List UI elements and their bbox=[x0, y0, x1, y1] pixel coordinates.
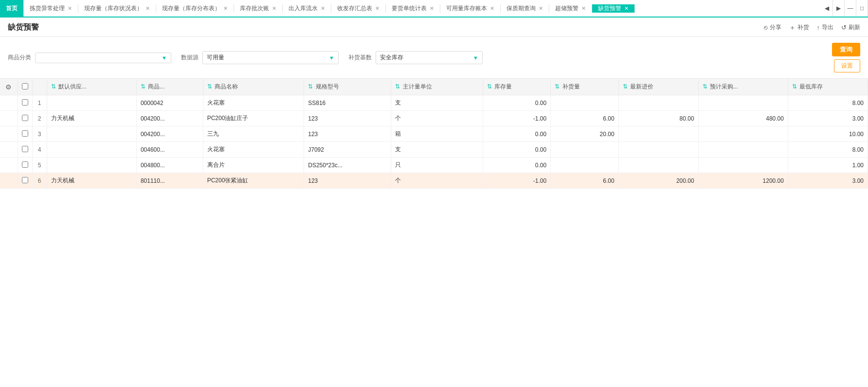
tab-batch-account[interactable]: 库存批次账✕ bbox=[234, 4, 283, 13]
datasource-select[interactable]: 可用量 ▼ bbox=[202, 51, 339, 64]
gear-icon[interactable]: ⚙ bbox=[5, 83, 12, 91]
row-checkbox[interactable] bbox=[22, 115, 28, 121]
tab-close-icon[interactable]: ✕ bbox=[68, 5, 72, 12]
row-checkbox-cell[interactable] bbox=[18, 142, 32, 158]
row-stock-qty-cell: 0.00 bbox=[483, 158, 550, 173]
col-est-purchase-header[interactable]: ⇅ 预计采购... bbox=[698, 79, 788, 95]
row-unit-cell: 个 bbox=[391, 173, 483, 189]
tab-stock-dist[interactable]: 现存量（库存分布表）✕ bbox=[156, 4, 234, 13]
tab-label: 超储预警 bbox=[555, 4, 579, 13]
col-product-code-header[interactable]: ⇅ 商品... bbox=[136, 79, 203, 95]
row-checkbox-cell[interactable] bbox=[18, 111, 32, 126]
tab-nav-next[interactable]: ▶ bbox=[833, 0, 845, 17]
replenish-base-label: 补货基数 bbox=[348, 53, 372, 62]
select-all-checkbox[interactable] bbox=[22, 83, 28, 89]
tab-stock-status[interactable]: 现存量（库存状况表）✕ bbox=[78, 4, 156, 13]
table-row: 6 力天机械 801110... PC200张紧油缸 123 个 -1.00 6… bbox=[0, 173, 868, 189]
row-checkbox[interactable] bbox=[22, 130, 28, 137]
row-supplier-cell bbox=[47, 158, 136, 173]
col-checkbox-header[interactable] bbox=[18, 79, 32, 95]
replenish-base-filter-group: 补货基数 安全库存 ▼ bbox=[348, 51, 483, 64]
row-unit-cell: 个 bbox=[391, 111, 483, 126]
export-button[interactable]: ↑ 导出 bbox=[817, 23, 834, 32]
row-num-cell: 5 bbox=[32, 158, 47, 173]
row-checkbox-cell[interactable] bbox=[18, 95, 32, 111]
tab-overstock[interactable]: 超储预警✕ bbox=[549, 4, 592, 13]
settings-button[interactable]: 设置 bbox=[834, 59, 860, 72]
replenish-base-select[interactable]: 安全库存 ▼ bbox=[376, 51, 483, 64]
row-stock-qty-cell: 0.00 bbox=[483, 95, 550, 111]
tab-label: 出入库流水 bbox=[289, 4, 318, 13]
tab-nav-minimize[interactable]: — bbox=[845, 0, 856, 17]
row-replenish-qty-cell bbox=[551, 142, 618, 158]
row-min-stock-cell: 8.00 bbox=[788, 142, 868, 158]
row-checkbox[interactable] bbox=[22, 146, 28, 152]
tab-nav-maximize[interactable]: □ bbox=[856, 0, 868, 17]
datasource-chevron-icon: ▼ bbox=[329, 55, 334, 61]
table-row: 5 004800... 离合片 DS250*23c... 只 0.00 1.00 bbox=[0, 158, 868, 173]
table-row: 1 0000042 火花塞 SS816 支 0.00 8.00 bbox=[0, 95, 868, 111]
tab-close-icon[interactable]: ✕ bbox=[321, 5, 325, 12]
row-gear-cell bbox=[0, 111, 18, 126]
tab-close-icon[interactable]: ✕ bbox=[581, 5, 586, 12]
tab-order-stat[interactable]: 要货单统计表✕ bbox=[386, 4, 440, 13]
tab-label: 要货单统计表 bbox=[392, 4, 427, 13]
tab-avail-ledger[interactable]: 可用量库存账本✕ bbox=[440, 4, 501, 13]
row-checkbox[interactable] bbox=[22, 161, 28, 168]
row-spec-cell: 123 bbox=[304, 111, 391, 126]
share-button[interactable]: ⎋ 分享 bbox=[764, 23, 781, 32]
row-checkbox-cell[interactable] bbox=[18, 173, 32, 189]
tab-expiry[interactable]: 保质期查询✕ bbox=[501, 4, 549, 13]
col-spec-header[interactable]: ⇅ 规格型号 bbox=[304, 79, 391, 95]
tab-shortage[interactable]: 缺货预警✕ bbox=[592, 4, 635, 13]
col-unit-header[interactable]: ⇅ 主计量单位 bbox=[391, 79, 483, 95]
col-replenish-qty-label: 补货量 bbox=[562, 83, 580, 90]
row-product-code-cell: 004800... bbox=[136, 158, 203, 173]
row-min-stock-cell: 10.00 bbox=[788, 126, 868, 142]
tab-close-icon[interactable]: ✕ bbox=[375, 5, 380, 12]
tab-exception[interactable]: 拣货异常处理✕ bbox=[24, 4, 78, 13]
row-min-stock-cell: 8.00 bbox=[788, 95, 868, 111]
row-product-name-cell: 三九 bbox=[203, 126, 304, 142]
col-product-name-header[interactable]: ⇅ 商品名称 bbox=[203, 79, 304, 95]
tab-home[interactable]: 首页 bbox=[0, 0, 24, 17]
tab-label: 现存量（库存分布表） bbox=[162, 4, 220, 13]
col-num-header bbox=[32, 79, 47, 95]
col-settings[interactable]: ⚙ bbox=[0, 79, 18, 95]
tab-close-icon[interactable]: ✕ bbox=[223, 5, 228, 12]
tab-receipt[interactable]: 收发存汇总表✕ bbox=[331, 4, 386, 13]
tab-close-icon[interactable]: ✕ bbox=[272, 5, 276, 12]
row-num-cell: 4 bbox=[32, 142, 47, 158]
tab-nav-prev[interactable]: ◀ bbox=[821, 0, 833, 17]
category-select[interactable]: ▼ bbox=[35, 53, 171, 63]
col-stock-qty-label: 库存量 bbox=[494, 83, 512, 90]
row-checkbox-cell[interactable] bbox=[18, 158, 32, 173]
min-stock-sort-icon: ⇅ bbox=[792, 83, 797, 90]
row-stock-qty-cell: 0.00 bbox=[483, 126, 550, 142]
row-supplier-cell: 力天机械 bbox=[47, 111, 136, 126]
replenish-button[interactable]: ＋ 补货 bbox=[789, 23, 809, 32]
row-product-name-cell: PC200油缸庄子 bbox=[203, 111, 304, 126]
tab-flow[interactable]: 出入库流水✕ bbox=[283, 4, 331, 13]
tab-close-icon[interactable]: ✕ bbox=[490, 5, 494, 12]
row-checkbox[interactable] bbox=[22, 99, 28, 106]
tab-close-icon[interactable]: ✕ bbox=[539, 5, 543, 12]
tab-close-icon[interactable]: ✕ bbox=[624, 5, 629, 12]
refresh-button[interactable]: ↺ 刷新 bbox=[841, 23, 860, 32]
col-supplier-header[interactable]: ⇅ 默认供应... bbox=[47, 79, 136, 95]
col-min-stock-header[interactable]: ⇅ 最低库存 bbox=[788, 79, 868, 95]
spec-sort-icon: ⇅ bbox=[308, 83, 313, 90]
table-row: 4 004600... 火花塞 J7092 支 0.00 8.00 bbox=[0, 142, 868, 158]
row-est-purchase-cell bbox=[698, 158, 788, 173]
tab-close-icon[interactable]: ✕ bbox=[145, 5, 150, 12]
row-checkbox-cell[interactable] bbox=[18, 126, 32, 142]
row-checkbox[interactable] bbox=[22, 177, 28, 183]
col-replenish-qty-header[interactable]: ⇅ 补货量 bbox=[551, 79, 618, 95]
row-stock-qty-cell: 0.00 bbox=[483, 142, 550, 158]
col-latest-price-header[interactable]: ⇅ 最新进价 bbox=[618, 79, 698, 95]
query-button[interactable]: 查询 bbox=[832, 43, 860, 56]
row-replenish-qty-cell: 6.00 bbox=[551, 111, 618, 126]
col-stock-qty-header[interactable]: ⇅ 库存量 bbox=[483, 79, 550, 95]
export-label: 导出 bbox=[822, 23, 833, 32]
tab-close-icon[interactable]: ✕ bbox=[430, 5, 434, 12]
